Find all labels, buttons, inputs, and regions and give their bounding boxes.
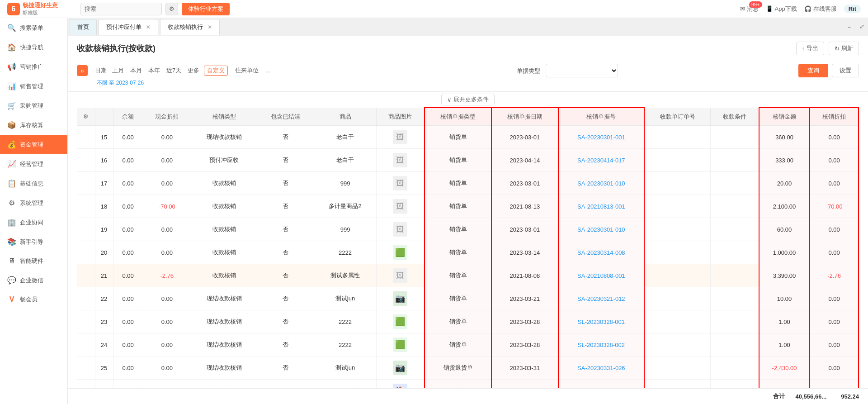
expand-bar: ∨ 展开更多条件 [68,92,868,107]
sidebar-item-sales[interactable]: 📊 销售管理 [0,76,67,96]
writeoff-number-link[interactable]: SA-20230414-017 [577,157,625,164]
last7-link[interactable]: 近7天 [165,66,183,76]
custom-link[interactable]: 自定义 [204,66,228,76]
expand-more-btn[interactable]: ∨ 展开更多条件 [441,94,495,105]
product-thumbnail: 🖼 [393,199,407,214]
tab-collection-close[interactable]: ✕ [208,24,212,30]
th-collection-condition: 收款条件 [711,108,759,126]
writeoff-number-link[interactable]: SA-20230314-008 [577,249,625,256]
sidebar-item-marketing[interactable]: 📢 营销推广 [0,57,67,76]
td-row-num: 15 [95,126,113,149]
sidebar-item-basic-info[interactable]: 📋 基础信息 [0,174,67,193]
td-cash-discount: 0.00 [143,218,191,241]
sidebar-item-finance[interactable]: 💰 资金管理 [0,135,67,154]
last-month-link[interactable]: 上月 [110,66,126,76]
td-cash-discount: -70.00 [143,195,191,218]
writeoff-number-link[interactable]: SA-20230301-010 [577,180,625,187]
td-balance: 0.00 [113,356,143,380]
sidebar-item-guide[interactable]: 📚 新手引导 [0,232,67,252]
column-settings-icon[interactable]: ⚙ [83,113,89,120]
filter-expand-arrow[interactable]: » [77,65,88,76]
writeoff-number-link[interactable]: SA-20230331-026 [577,365,625,371]
writeoff-number-link[interactable]: SL-20230328-002 [578,342,625,348]
export-btn[interactable]: ↑ 导出 [796,42,825,55]
td-writeoff-date: 2023-04-14 [491,149,558,172]
basic-info-icon: 📋 [7,179,16,188]
enterprise-icon: 🏢 [7,218,16,227]
td-collection-condition [711,195,759,218]
sidebar-item-system[interactable]: ⚙ 系统管理 [0,193,67,213]
top-search-input[interactable] [80,3,162,15]
td-writeoff-type: 预付冲应收 [191,149,257,172]
tab-expand-btn[interactable]: ⤢ [858,21,866,33]
tab-home[interactable]: 首页 [70,19,97,35]
sidebar-item-inventory[interactable]: 📦 库存核算 [0,115,67,135]
more-link[interactable]: 更多 [186,66,201,76]
trial-btn[interactable]: 体验行业方案 [182,3,230,15]
tab-prepay-label: 预付冲应付单 [106,23,142,31]
refresh-btn[interactable]: ↻ 刷新 [829,42,859,55]
table-row: 17 0.00 0.00 收款核销 否 999 🖼 销货单 2023-03-01… [77,172,859,195]
tab-prepay[interactable]: 预付冲应付单 ✕ [99,19,158,35]
writeoff-number-link[interactable]: SA-20210808-001 [577,272,625,279]
this-month-link[interactable]: 本月 [128,66,144,76]
td-collection-order [644,264,711,287]
sidebar-item-hardware[interactable]: 🖥 智能硬件 [0,252,67,271]
marketing-icon: 📢 [7,62,16,71]
writeoff-number-link[interactable]: SA-20230301-001 [577,134,625,141]
td-settings [77,380,95,389]
gear-button[interactable]: ⚙ [165,3,178,15]
tab-collection[interactable]: 收款核销执行 ✕ [160,19,220,35]
query-btn[interactable]: 查询 [798,64,828,77]
table-row: 25 0.00 0.00 现结收款核销 否 测试jun 📷 销货退货单 2023… [77,356,859,380]
td-writeoff-date: 2021-08-08 [491,264,558,287]
td-writeoff-voucher-type: 销货退货单 [425,356,491,380]
td-writeoff-date: 2023-03-28 [491,310,558,333]
td-writeoff-amount: 20.00 [759,172,810,195]
td-balance: 0.00 [113,380,143,389]
td-cash-discount: 0.00 [143,333,191,356]
td-row-num: 19 [95,218,113,241]
td-writeoff-type: 收款核销 [191,218,257,241]
date-filter-links: 上月 本月 本年 近7天 更多 自定义 [110,66,228,76]
tab-prepay-close[interactable]: ✕ [146,24,151,30]
td-writeoff-amount: -2,430.00 [759,356,810,380]
writeoff-number-link[interactable]: SA-20230301-010 [577,226,625,233]
tab-bar: 首页 预付冲应付单 ✕ 收款核销执行 ✕ － ⤢ [68,18,868,36]
message-btn[interactable]: ✉ 消息 99+ [740,5,759,13]
voucher-type-select[interactable] [546,64,618,77]
page-title: 收款核销执行(按收款) [77,43,156,54]
sidebar-item-operations[interactable]: 📈 经营管理 [0,154,67,174]
td-settings [77,172,95,195]
writeoff-number-link[interactable]: SA-20210813-001 [577,203,625,210]
th-writeoff-number: 核销单据号 [558,108,644,126]
td-goods-image: 🟩 [376,333,425,356]
sidebar-item-wechat[interactable]: 💬 企业微信 [0,271,67,290]
user-avatar[interactable]: Rit [844,5,861,13]
guide-icon: 📚 [7,238,16,246]
online-service-btn[interactable]: 🎧 在线客服 [804,5,837,13]
this-year-link[interactable]: 本年 [146,66,162,76]
th-settings[interactable]: ⚙ [77,108,95,126]
sidebar-item-quick-nav[interactable]: 🏠 快捷导航 [0,38,67,57]
td-writeoff-voucher-type: 销货单 [425,195,491,218]
td-writeoff-discount: 0.00 [810,380,859,389]
td-settings [77,310,95,333]
writeoff-number-link[interactable]: SL-20230328-001 [578,318,625,325]
sidebar-item-enterprise[interactable]: 🏢 企业协同 [0,213,67,232]
tab-minimize-btn[interactable]: － [844,21,854,33]
product-thumbnail: 🖼 [393,268,407,283]
td-writeoff-number: SA-20230301-010 [558,218,644,241]
writeoff-number-link[interactable]: SA-20230321-012 [577,295,625,302]
sidebar-item-member[interactable]: V 畅会员 [0,290,67,309]
app-download-btn[interactable]: 📱 App下载 [766,5,797,13]
product-thumbnail: 🏠 [393,384,407,388]
table-container[interactable]: ⚙ 余额 现金折扣 核销类型 包含已结清 商品 商品图片 核销单据类型 核销单据… [68,107,868,388]
settings-btn[interactable]: 设置 [832,64,859,77]
td-writeoff-number: SA-20210808-001 [558,264,644,287]
sidebar-item-purchase[interactable]: 🛒 采购管理 [0,96,67,115]
td-collection-order [644,380,711,389]
sidebar-item-search[interactable]: 🔍 搜索菜单 [0,18,67,38]
td-writeoff-number: SA-20230414-017 [558,149,644,172]
td-collection-condition [711,333,759,356]
